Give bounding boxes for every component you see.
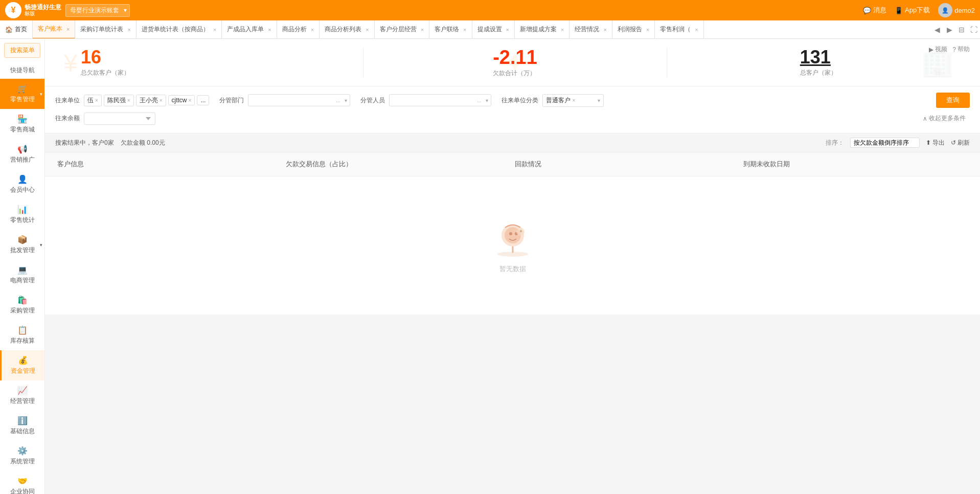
remove-tag-chen[interactable]: × <box>127 98 130 103</box>
quick-nav-btn[interactable]: 快捷导航 <box>0 62 44 79</box>
sidebar-item-operations[interactable]: 📈 经营管理 <box>0 380 44 411</box>
marketing-icon: 📢 <box>17 144 28 154</box>
tab-home[interactable]: 🏠 首页 <box>0 20 33 39</box>
unit-tag-more[interactable]: ... <box>197 95 209 105</box>
search-menu-btn[interactable]: 搜索菜单 <box>4 43 40 58</box>
tab-ops-status[interactable]: 经营情况 × <box>569 20 612 39</box>
message-btn[interactable]: 💬 消息 <box>863 6 886 15</box>
dept-label: 分管部门 <box>219 96 244 105</box>
refresh-btn[interactable]: ↺ 刷新 <box>951 139 970 147</box>
sidebar-item-enterprise[interactable]: 🤝 企业协同 <box>0 471 44 494</box>
top-bar-left: ¥ 畅捷通好生意 标版 母婴行业演示账套 ▾ <box>5 2 130 18</box>
unit-tag-cjttcw: cjttcw × <box>168 95 195 105</box>
balance-label: 往来余额 <box>55 114 80 123</box>
person-select-wrapper: ▾ ... <box>389 94 491 106</box>
unit-type-tag: 普通客户 × <box>546 96 575 105</box>
system-icon: ⚙️ <box>17 446 28 456</box>
collapse-btn[interactable]: ∧ 收起更多条件 <box>919 112 970 125</box>
person-label: 分管人员 <box>360 96 385 105</box>
export-btn[interactable]: ⬆ 导出 <box>926 139 945 147</box>
message-icon: 💬 <box>863 7 871 14</box>
balance-select[interactable] <box>84 113 155 125</box>
tab-close-produce-storage[interactable]: × <box>268 27 271 33</box>
home-icon: 🏠 <box>5 26 13 33</box>
remove-tag-cjttcw[interactable]: × <box>189 98 192 103</box>
stat-label-2: 欠款合计（万） <box>493 69 536 78</box>
tab-close-profit-report[interactable]: × <box>646 27 649 33</box>
sidebar-item-system[interactable]: ⚙️ 系统管理 <box>0 441 44 471</box>
tab-retail-profit[interactable]: 零售利润（ × <box>655 20 703 39</box>
results-summary: 搜索结果中，客户0家 欠款金额 0.00元 <box>55 139 165 147</box>
top-bar: ¥ 畅捷通好生意 标版 母婴行业演示账套 ▾ 💬 消息 📱 App下载 👤 de… <box>0 0 980 20</box>
account-dropdown[interactable]: 母婴行业演示账套 ▾ <box>65 4 130 17</box>
tab-close-product-analysis[interactable]: × <box>311 27 314 33</box>
person-more-icon[interactable]: ... <box>477 98 481 103</box>
query-button[interactable]: 查询 <box>936 93 970 108</box>
tab-add-promo[interactable]: 新增提成方案 × <box>515 20 569 39</box>
sidebar-item-basic-info[interactable]: ℹ️ 基础信息 <box>0 411 44 441</box>
sidebar-item-wholesale-mgmt[interactable]: 📦 批发管理 ▾ <box>0 230 44 260</box>
sidebar-item-inventory[interactable]: 📋 库存核算 <box>0 320 44 350</box>
tab-close-purchase-stats[interactable]: × <box>213 27 216 33</box>
tab-customer-account[interactable]: 客户账本 × <box>33 20 75 39</box>
help-btn[interactable]: ? 帮助 <box>952 45 970 54</box>
unit-type-select[interactable]: 普通客户 × ▾ <box>542 94 604 107</box>
tab-close-customer-contact[interactable]: × <box>463 27 466 33</box>
remove-tag-wu[interactable]: × <box>95 98 98 103</box>
video-btn[interactable]: ▶ 视频 <box>929 45 947 54</box>
col-header-debt: 欠款交易信息（占比） <box>284 158 512 171</box>
tab-product-analysis-list[interactable]: 商品分析列表 × <box>320 20 374 39</box>
sidebar-item-purchase[interactable]: 🛍️ 采购管理 <box>0 290 44 320</box>
stat-section-2: ✦ -2.11 欠款合计（万） <box>363 48 666 78</box>
tab-close-product-analysis-list[interactable]: × <box>366 27 369 33</box>
remove-unit-type[interactable]: × <box>572 98 575 103</box>
sidebar-item-retail-stats[interactable]: 📊 零售统计 <box>0 199 44 230</box>
dept-clear-icon[interactable]: ... <box>336 98 340 103</box>
tab-close-add-promo[interactable]: × <box>561 27 564 33</box>
tab-produce-storage[interactable]: 产成品入库单 × <box>222 20 277 39</box>
tab-close-customer-tier[interactable]: × <box>421 27 424 33</box>
unit-tag-chen: 陈民强 × <box>104 95 134 106</box>
wholesale-icon: 📦 <box>17 235 28 244</box>
tab-product-analysis[interactable]: 商品分析 × <box>277 20 320 39</box>
tab-customer-tier[interactable]: 客户分层经营 × <box>375 20 429 39</box>
tab-profit-report[interactable]: 利润报告 × <box>612 20 655 39</box>
results-actions: 排序： 按欠款金额倒序排序 ⬆ 导出 ↺ 刷新 <box>826 138 970 148</box>
tab-close-promo-settings[interactable]: × <box>506 27 509 33</box>
membership-icon: 👤 <box>17 174 28 184</box>
sidebar-item-ecommerce[interactable]: 💻 电商管理 <box>0 260 44 290</box>
tab-customer-contact[interactable]: 客户联络 × <box>429 20 472 39</box>
sidebar-item-marketing[interactable]: 📢 营销推广 <box>0 139 44 169</box>
tab-fullscreen-btn[interactable]: ⛶ <box>968 20 980 39</box>
tab-close-ops-status[interactable]: × <box>603 27 606 33</box>
app-download-btn[interactable]: 📱 App下载 <box>895 6 930 15</box>
tab-close-retail-profit[interactable]: × <box>695 27 698 33</box>
dept-input[interactable] <box>248 94 350 106</box>
sort-select[interactable]: 按欠款金额倒序排序 <box>850 138 920 148</box>
tab-next-btn[interactable]: ▶ <box>943 20 955 39</box>
tab-promo-settings[interactable]: 提成设置 × <box>472 20 515 39</box>
tab-close-customer-account[interactable]: × <box>66 26 70 32</box>
sidebar-item-membership[interactable]: 👤 会员中心 <box>0 169 44 199</box>
table-container: 客户信息 欠款交易信息（占比） 回款情况 到期未收款日期 <box>45 152 980 315</box>
export-icon: ⬆ <box>926 139 931 146</box>
sidebar-item-retail-mall[interactable]: 🏪 零售商城 <box>0 109 44 139</box>
tab-prev-btn[interactable]: ◀ <box>931 20 943 39</box>
person-input[interactable] <box>389 94 491 106</box>
retail-mall-icon: 🏪 <box>17 114 28 124</box>
tab-menu-btn[interactable]: ⊟ <box>955 20 968 39</box>
sidebar: 搜索菜单 快捷导航 🛒 零售管理 ▾ 🏪 零售商城 📢 营销推广 👤 会员中心 … <box>0 39 45 494</box>
purchase-icon: 🛍️ <box>17 295 28 305</box>
tab-purchase-stats[interactable]: 进货单统计表（按商品） × <box>136 20 222 39</box>
sidebar-item-finance[interactable]: 💰 资金管理 <box>0 350 44 380</box>
remove-tag-wang[interactable]: × <box>159 98 163 103</box>
tab-purchase-order[interactable]: 采购订单统计表 × <box>75 20 136 39</box>
sidebar-item-retail-mgmt[interactable]: 🛒 零售管理 ▾ <box>0 79 44 109</box>
empty-text: 暂无数据 <box>499 264 526 274</box>
user-avatar[interactable]: 👤 demo2 <box>938 3 975 17</box>
operations-icon: 📈 <box>17 386 28 395</box>
tab-close-purchase-order[interactable]: × <box>127 27 130 33</box>
stats-help: ▶ 视频 ? 帮助 <box>929 45 970 54</box>
retail-mgmt-icon: 🛒 <box>17 84 28 94</box>
col-header-due-date: 到期未收款日期 <box>741 158 970 171</box>
